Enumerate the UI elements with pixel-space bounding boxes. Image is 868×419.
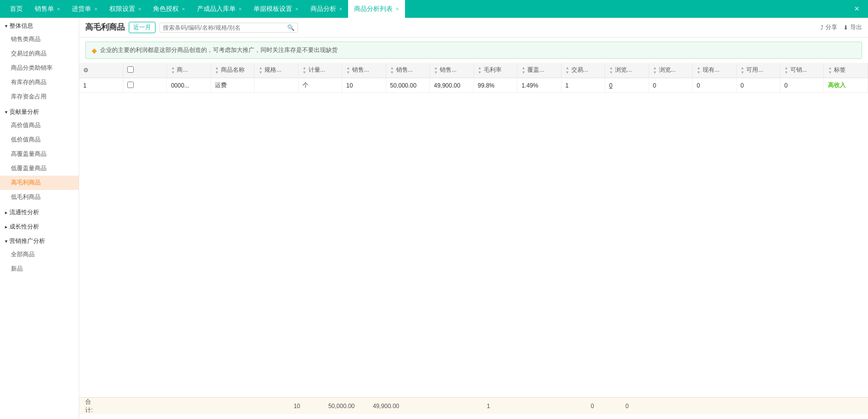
cell-browse1: 0: [605, 78, 649, 93]
data-table: ⚙▲▼商...▲▼商品名称▲▼规格...▲▼计量...▲▼销售...▲▼销售..…: [79, 63, 868, 93]
footer-sales-qty: 10: [294, 403, 328, 410]
sidebar-item-交易过的商品[interactable]: 交易过的商品: [0, 47, 79, 61]
sidebar-item-商品分类助销率[interactable]: 商品分类助销率: [0, 61, 79, 75]
col-header-browse2[interactable]: ▲▼浏览...: [649, 63, 692, 78]
browse1-link[interactable]: 0: [609, 82, 613, 89]
col-label-salable: 可销...: [790, 66, 807, 73]
cell-tag: 高收入: [824, 78, 868, 93]
cell-name: 运费: [210, 78, 254, 93]
nav-item-单据模板设置[interactable]: 单据模板设置×: [248, 0, 304, 18]
close-tab-商品分析列表[interactable]: ×: [396, 6, 399, 12]
footer-trade: 1: [487, 403, 521, 410]
col-label-salesCost: 销售...: [440, 66, 457, 73]
info-banner: ◆ 企业的主要的利润都是这部分商品创造的，可考虑加大推广，同时关注库存是不要出现…: [85, 42, 862, 59]
col-header-salesQty[interactable]: ▲▼销售...: [342, 63, 386, 78]
sidebar-item-新品[interactable]: 新品: [0, 262, 79, 276]
col-label-grossRate: 毛利率: [484, 66, 502, 73]
info-text: 企业的主要的利润都是这部分商品创造的，可考虑加大推广，同时关注库存是不要出现缺货: [100, 46, 338, 54]
sidebar-section-贡献量分析[interactable]: ▾贡献量分析: [0, 104, 79, 118]
col-header-browse1[interactable]: ▲▼浏览...: [605, 63, 649, 78]
sort-icon-avail: ▲▼: [741, 66, 745, 75]
export-button[interactable]: ⬇ 导出: [843, 23, 862, 32]
search-icon[interactable]: 🔍: [287, 24, 295, 31]
col-label-code: 商...: [177, 66, 188, 73]
footer-label: 合计:: [85, 398, 99, 415]
close-tab-单据模板设置[interactable]: ×: [295, 6, 298, 12]
sidebar-item-高毛利商品[interactable]: 高毛利商品: [0, 176, 79, 190]
sidebar-section-营销推广分析[interactable]: ▾营销推广分析: [0, 233, 79, 247]
close-tab-进货单[interactable]: ×: [94, 6, 97, 12]
cell-unit: 个: [298, 78, 342, 93]
sort-icon-browse1: ▲▼: [609, 66, 613, 75]
select-all-checkbox[interactable]: [127, 66, 134, 73]
close-tab-销售单[interactable]: ×: [57, 6, 60, 12]
share-label: 分享: [825, 23, 837, 32]
section-arrow: ▾: [5, 23, 7, 29]
sort-icon-code: ▲▼: [171, 66, 175, 75]
col-header-check: [123, 63, 166, 78]
nav-item-角色授权[interactable]: 角色授权×: [147, 0, 191, 18]
table-row: 10000...运费个1050,000.0049,900.0099.8%1.49…: [79, 78, 868, 93]
sort-icon-salable: ▲▼: [784, 66, 788, 75]
cell-trade: 1: [561, 78, 605, 93]
col-header-avail[interactable]: ▲▼可用...: [736, 63, 780, 78]
sidebar-section-整体信息[interactable]: ▾整体信息: [0, 18, 79, 32]
close-tab-角色授权[interactable]: ×: [182, 6, 185, 12]
col-header-name[interactable]: ▲▼商品名称: [210, 63, 254, 78]
nav-item-进货单[interactable]: 进货单×: [66, 0, 103, 18]
search-input[interactable]: [163, 24, 287, 31]
sidebar-item-低覆盖量商品[interactable]: 低覆盖量商品: [0, 161, 79, 176]
nav-item-销售单[interactable]: 销售单×: [29, 0, 66, 18]
col-header-cover[interactable]: ▲▼覆盖...: [517, 63, 561, 78]
col-label-salesQty: 销售...: [352, 66, 369, 73]
nav-item-首页[interactable]: 首页: [4, 0, 29, 18]
col-header-trade[interactable]: ▲▼交易...: [561, 63, 605, 78]
content-area: 高毛利商品 近一月 🔍 ⤴ 分享 ⬇ 导出 ◆ 企业的主要的利润都是这部分商品创…: [79, 18, 868, 419]
cell-stock: 0: [693, 78, 736, 93]
footer-avail: 0: [625, 403, 660, 410]
nav-item-商品分析列表[interactable]: 商品分析列表×: [348, 0, 405, 18]
sidebar-item-高价值商品[interactable]: 高价值商品: [0, 118, 79, 133]
col-header-tag[interactable]: ▲▼标签: [824, 63, 868, 78]
close-tab-产成品入库单[interactable]: ×: [239, 6, 242, 12]
close-all-tabs[interactable]: ×: [850, 4, 864, 13]
col-header-salesCost[interactable]: ▲▼销售...: [430, 63, 473, 78]
nav-item-权限设置[interactable]: 权限设置×: [103, 0, 147, 18]
col-label-browse1: 浏览...: [615, 66, 632, 73]
col-header-unit[interactable]: ▲▼计量...: [298, 63, 342, 78]
sidebar-toggle[interactable]: «: [79, 22, 79, 36]
col-header-stock[interactable]: ▲▼现有...: [693, 63, 736, 78]
col-label-trade: 交易...: [571, 66, 588, 73]
sidebar-item-低毛利商品[interactable]: 低毛利商品: [0, 190, 79, 204]
col-header-code[interactable]: ▲▼商...: [167, 63, 210, 78]
row-checkbox[interactable]: [127, 82, 134, 88]
close-tab-权限设置[interactable]: ×: [138, 6, 141, 12]
col-header-grossRate[interactable]: ▲▼毛利率: [473, 63, 517, 78]
sidebar-item-有库存的商品[interactable]: 有库存的商品: [0, 75, 79, 90]
settings-icon[interactable]: ⚙: [83, 67, 89, 74]
sidebar-section-成长性分析[interactable]: ▸成长性分析: [0, 219, 79, 233]
footer-sales-amt: 50,000.00: [328, 403, 373, 410]
section-arrow: ▾: [5, 238, 7, 244]
sidebar-item-库存资金占用[interactable]: 库存资金占用: [0, 90, 79, 104]
filter-recent-month[interactable]: 近一月: [129, 22, 155, 33]
sort-icon-cover: ▲▼: [521, 66, 525, 75]
close-tab-商品分析[interactable]: ×: [339, 6, 342, 12]
sidebar-item-低价值商品[interactable]: 低价值商品: [0, 133, 79, 147]
sidebar-item-高覆盖量商品[interactable]: 高覆盖量商品: [0, 147, 79, 161]
share-button[interactable]: ⤴ 分享: [820, 23, 837, 32]
col-label-browse2: 浏览...: [659, 66, 676, 73]
nav-item-商品分析[interactable]: 商品分析×: [305, 0, 348, 18]
data-table-wrapper[interactable]: ⚙▲▼商...▲▼商品名称▲▼规格...▲▼计量...▲▼销售...▲▼销售..…: [79, 63, 868, 399]
cell-num: 1: [79, 78, 123, 93]
footer-sales-cost: 49,900.00: [373, 403, 417, 410]
sidebar-section-流通性分析[interactable]: ▸流通性分析: [0, 204, 79, 219]
cell-salesQty: 10: [342, 78, 386, 93]
col-header-salable[interactable]: ▲▼可销...: [780, 63, 824, 78]
sort-icon-salesQty: ▲▼: [346, 66, 350, 75]
sidebar-item-全部商品[interactable]: 全部商品: [0, 247, 79, 262]
col-header-salesAmt[interactable]: ▲▼销售...: [386, 63, 429, 78]
nav-item-产成品入库单[interactable]: 产成品入库单×: [191, 0, 248, 18]
col-header-spec[interactable]: ▲▼规格...: [255, 63, 298, 78]
sidebar-item-销售类商品[interactable]: 销售类商品: [0, 32, 79, 47]
